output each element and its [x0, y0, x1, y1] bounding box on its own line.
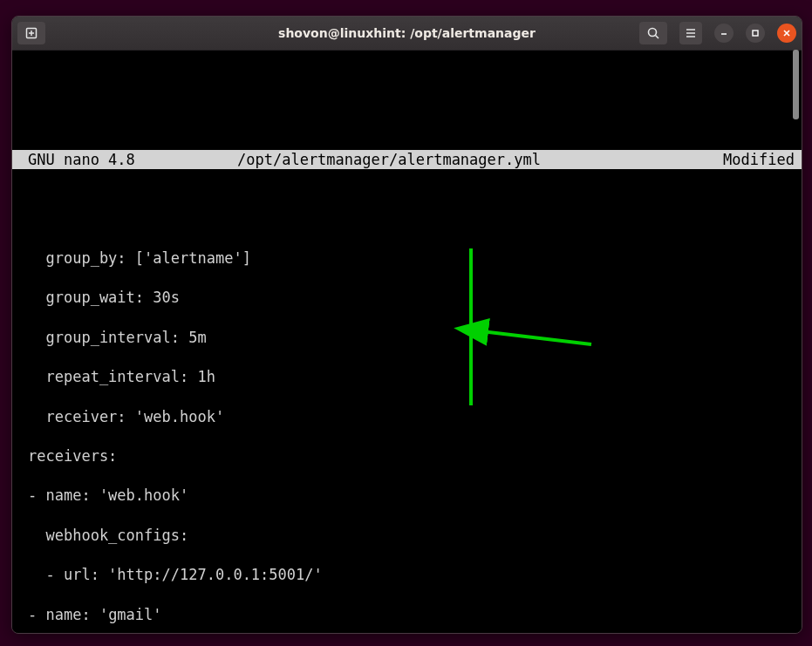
- line: - name: 'web.hook': [12, 486, 802, 506]
- line: - url: 'http://127.0.0.1:5001/': [12, 565, 802, 585]
- line: - name: 'gmail': [12, 605, 802, 625]
- new-tab-button[interactable]: [17, 22, 45, 44]
- menu-button[interactable]: [679, 22, 702, 44]
- text: gmail: [108, 606, 153, 623]
- nano-file-path: /opt/alertmanager/alertmanager.yml: [237, 150, 723, 170]
- titlebar-left: [17, 22, 192, 44]
- nano-status: Modified: [723, 150, 802, 170]
- text: - name: ': [28, 606, 108, 623]
- terminal-window: shovon@linuxhint: /opt/alertmanager: [11, 16, 802, 634]
- svg-rect-9: [753, 31, 758, 36]
- line: repeat_interval: 1h: [12, 367, 802, 387]
- line: group_by: ['alertname']: [12, 248, 802, 269]
- nano-editor: GNU nano 4.8 /opt/alertmanager/alertmana…: [12, 90, 802, 634]
- desktop: shovon@linuxhint: /opt/alertmanager: [0, 0, 812, 646]
- nano-header: GNU nano 4.8 /opt/alertmanager/alertmana…: [12, 150, 802, 170]
- terminal-body[interactable]: GNU nano 4.8 /opt/alertmanager/alertmana…: [12, 51, 802, 634]
- window-maximize-button[interactable]: [746, 24, 765, 43]
- scrollbar-thumb[interactable]: [793, 50, 799, 119]
- window-title: shovon@linuxhint: /opt/alertmanager: [192, 26, 622, 40]
- line: webhook_configs:: [12, 526, 802, 546]
- line: receivers:: [12, 446, 802, 466]
- svg-point-3: [649, 29, 657, 37]
- search-button[interactable]: [639, 22, 667, 44]
- line: group_wait: 30s: [12, 288, 802, 308]
- svg-line-4: [656, 36, 659, 39]
- window-titlebar: shovon@linuxhint: /opt/alertmanager: [12, 17, 802, 51]
- nano-app-name: GNU nano 4.8: [12, 150, 237, 170]
- titlebar-right: [622, 22, 796, 44]
- window-close-button[interactable]: [777, 24, 796, 43]
- editor-content[interactable]: group_by: ['alertname'] group_wait: 30s …: [12, 228, 802, 634]
- line: group_interval: 5m: [12, 328, 802, 348]
- scrollbar[interactable]: [793, 50, 799, 633]
- line: receiver: 'web.hook': [12, 407, 802, 427]
- window-minimize-button[interactable]: [714, 24, 734, 43]
- text: ': [153, 606, 161, 623]
